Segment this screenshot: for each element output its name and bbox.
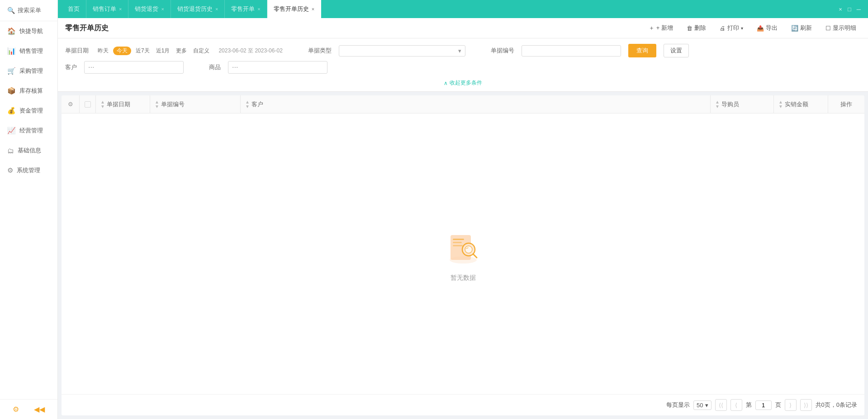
customer-label: 客户 <box>65 63 77 71</box>
tab-label-home: 首页 <box>68 5 80 13</box>
sidebar: 🔍 搜索采单 🏠快捷导航📊销售管理🛒采购管理📦库存核算💰资金管理📈经营管理🗂基础… <box>0 0 58 419</box>
table-header: ⚙ ▲▼ 单据日期 ▲▼ 单据编号 ▲▼ 客户 ▲▼ 导购员 ▲▼ <box>62 95 864 113</box>
goods-select[interactable]: ··· <box>228 61 327 74</box>
shortcut-yesterday[interactable]: 昨天 <box>96 47 110 55</box>
table-gear[interactable]: ⚙ <box>62 95 80 113</box>
content-area: ⚙ ▲▼ 单据日期 ▲▼ 单据编号 ▲▼ 客户 ▲▼ 导购员 ▲▼ <box>62 95 864 415</box>
shortcut-1month[interactable]: 近1月 <box>154 47 172 55</box>
tab-close-sales-return-history[interactable]: × <box>215 6 218 12</box>
sidebar-item-label: 采购管理 <box>19 67 43 75</box>
sort-customer-icon[interactable]: ▲▼ <box>245 100 250 109</box>
page-next-btn[interactable]: ⟩ <box>785 399 797 411</box>
tab-close-retail-open[interactable]: × <box>257 6 260 12</box>
collapse-more[interactable]: ∧ 收起更多条件 <box>65 77 861 89</box>
tab-close-retail-open-history[interactable]: × <box>312 6 314 12</box>
sort-no-icon[interactable]: ▲▼ <box>155 100 159 109</box>
tab-close-sales-return[interactable]: × <box>161 6 164 12</box>
th-date-label: 单据日期 <box>107 100 130 108</box>
sidebar-item-sales-mgmt[interactable]: 📊销售管理 <box>0 41 57 61</box>
tab-label-retail-open-history: 零售开单历史 <box>274 5 309 13</box>
page-prev-btn[interactable]: ⟨ <box>730 399 742 411</box>
sidebar-item-purchase-mgmt[interactable]: 🛒采购管理 <box>0 61 57 81</box>
print-button[interactable]: 🖨 打印 ▾ <box>715 22 748 34</box>
shortcut-more[interactable]: 更多 <box>174 47 189 55</box>
svg-line-7 <box>473 254 477 258</box>
th-salesperson-label: 导购员 <box>721 100 739 108</box>
sidebar-nav: 🏠快捷导航📊销售管理🛒采购管理📦库存核算💰资金管理📈经营管理🗂基础信息⚙系统管理 <box>0 21 57 399</box>
tab-label-sales-return: 销货退货 <box>135 5 158 13</box>
settings-icon[interactable]: ⚙ <box>13 405 19 414</box>
tab-label-sales-order: 销售订单 <box>93 5 116 13</box>
add-icon: ＋ <box>649 24 655 32</box>
th-amount: ▲▼ 实销金额 <box>774 95 828 113</box>
sidebar-search[interactable]: 🔍 搜索采单 <box>0 0 57 21</box>
toolbar-actions: ＋ + 新增 🗑 删除 🖨 打印 ▾ 📤 导出 🔄 刷新 ☐ <box>644 22 861 34</box>
sort-amount-icon[interactable]: ▲▼ <box>778 100 783 109</box>
inventory-icon: 📦 <box>7 87 16 95</box>
tab-retail-open-history[interactable]: 零售开单历史× <box>267 0 321 18</box>
tab-retail-open[interactable]: 零售开单× <box>225 0 267 18</box>
sidebar-item-finance[interactable]: 💰资金管理 <box>0 101 57 121</box>
table-select-all[interactable] <box>80 95 96 113</box>
shortcut-custom[interactable]: 自定义 <box>191 47 211 55</box>
shortcut-7days[interactable]: 近7天 <box>134 47 152 55</box>
print-icon: 🖨 <box>720 25 726 32</box>
query-button[interactable]: 查询 <box>628 44 656 57</box>
tab-sales-return-history[interactable]: 销货退货历史× <box>171 0 225 18</box>
per-page-dropdown-icon: ▾ <box>705 402 708 409</box>
svg-rect-4 <box>453 245 463 246</box>
sidebar-item-sys-mgmt[interactable]: ⚙系统管理 <box>0 160 57 180</box>
doc-no-input[interactable] <box>522 45 621 56</box>
page-first-btn[interactable]: ⟨⟨ <box>715 399 727 411</box>
sidebar-item-quick-nav[interactable]: 🏠快捷导航 <box>0 21 57 41</box>
doc-no-label: 单据编号 <box>491 47 514 55</box>
customer-select[interactable]: ··· <box>84 61 184 74</box>
export-button[interactable]: 📤 导出 <box>752 22 782 34</box>
date-shortcuts: 昨天 今天 近7天 近1月 更多 自定义 <box>96 47 211 55</box>
shortcut-today[interactable]: 今天 <box>113 47 131 55</box>
tab-home[interactable]: 首页 <box>62 0 86 18</box>
th-customer: ▲▼ 客户 <box>241 95 711 113</box>
page-input[interactable] <box>755 400 772 410</box>
sys-mgmt-icon: ⚙ <box>7 166 13 174</box>
tab-close-all[interactable]: × <box>839 6 842 13</box>
page-last-btn[interactable]: ⟩⟩ <box>800 399 812 411</box>
refresh-button[interactable]: 🔄 刷新 <box>787 22 816 34</box>
tab-maximize[interactable]: □ <box>848 6 851 13</box>
tab-sales-order[interactable]: 销售订单× <box>86 0 128 18</box>
add-button[interactable]: ＋ + 新增 <box>644 22 678 34</box>
sort-salesperson-icon[interactable]: ▲▼ <box>715 100 720 109</box>
sidebar-search-label: 搜索采单 <box>18 6 41 14</box>
select-all-checkbox[interactable] <box>85 101 91 108</box>
sort-date-icon[interactable]: ▲▼ <box>100 100 105 109</box>
doc-type-select[interactable]: ▾ <box>339 45 465 56</box>
date-label: 单据日期 <box>65 47 89 55</box>
collapse-up-icon: ∧ <box>444 80 448 86</box>
svg-rect-3 <box>453 242 462 243</box>
tab-label-retail-open: 零售开单 <box>231 5 255 13</box>
tabs-bar: 首页销售订单×销货退货×销货退货历史×零售开单×零售开单历史× × □ ─ <box>58 0 868 18</box>
collapse-icon[interactable]: ◀◀ <box>34 405 45 414</box>
tab-sales-return[interactable]: 销货退货× <box>128 0 171 18</box>
page-label: 第 <box>746 401 752 409</box>
tab-minimize[interactable]: ─ <box>857 6 861 13</box>
sidebar-item-inventory[interactable]: 📦库存核算 <box>0 81 57 101</box>
delete-button[interactable]: 🗑 删除 <box>682 22 711 34</box>
th-no: ▲▼ 单据编号 <box>150 95 241 113</box>
pagination: 每页显示 50 ▾ ⟨⟨ ⟨ 第 页 ⟩ ⟩⟩ 共0页，0条记录 <box>62 394 864 415</box>
show-detail-button[interactable]: ☐ 显示明细 <box>821 22 861 34</box>
sidebar-item-operations[interactable]: 📈经营管理 <box>0 121 57 141</box>
date-range-display: 2023-06-02 至 2023-06-02 <box>218 47 282 55</box>
finance-icon: 💰 <box>7 107 16 115</box>
th-salesperson: ▲▼ 导购员 <box>711 95 774 113</box>
tab-close-sales-order[interactable]: × <box>119 6 122 12</box>
settings-button[interactable]: 设置 <box>664 44 689 57</box>
operations-icon: 📈 <box>7 127 16 135</box>
tabs-bar-right: × □ ─ <box>839 6 864 13</box>
per-page-select[interactable]: 50 ▾ <box>693 400 711 410</box>
th-ops: 操作 <box>828 95 864 113</box>
goods-label: 商品 <box>209 63 221 71</box>
th-date: ▲▼ 单据日期 <box>96 95 150 113</box>
sidebar-item-basic-info[interactable]: 🗂基础信息 <box>0 141 57 160</box>
page-toolbar: 零售开单历史 ＋ + 新增 🗑 删除 🖨 打印 ▾ 📤 导出 🔄 刷新 <box>58 18 868 38</box>
